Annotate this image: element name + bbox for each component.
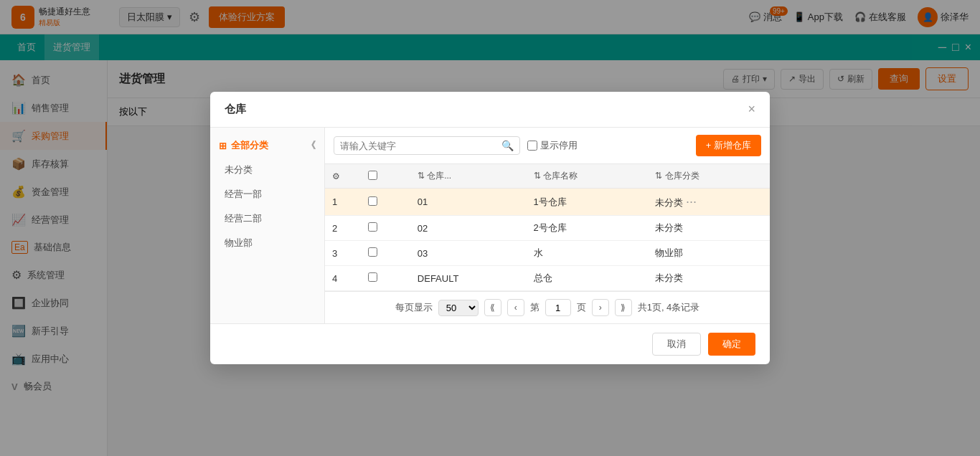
first-page-btn[interactable]: ⟪ (484, 299, 501, 316)
sort-icon: ⇅ (418, 171, 425, 181)
warehouse-table: ⚙ ⇅ 仓库... ⇅ 仓库名称 ⇅ 仓库分类 (325, 164, 770, 291)
add-warehouse-btn[interactable]: + 新增仓库 (696, 135, 761, 156)
table-row[interactable]: 3 03 水 物业部 (325, 241, 770, 266)
page-input[interactable] (545, 299, 571, 316)
search-input[interactable] (340, 141, 501, 151)
all-categories-btn[interactable]: ⊞ 全部分类 《 (210, 133, 324, 158)
prev-page-btn[interactable]: ‹ (507, 299, 524, 316)
row-code: 02 (410, 216, 527, 241)
cat-item-property[interactable]: 物业部 (210, 231, 324, 255)
table-row[interactable]: 4 DEFAULT 总仓 未分类 (325, 266, 770, 291)
row-index: 3 (325, 241, 361, 266)
row-index: 4 (325, 266, 361, 291)
row-index: 2 (325, 216, 361, 241)
cat-item-op2[interactable]: 经营二部 (210, 206, 324, 231)
modal-footer: 取消 确定 (210, 323, 770, 364)
select-all-checkbox[interactable] (368, 171, 377, 180)
cat-item-op1[interactable]: 经营一部 (210, 182, 324, 206)
table-body: 1 01 1号仓库 未分类 ··· 2 02 2号仓库 (325, 189, 770, 291)
row-name: 2号仓库 (527, 216, 649, 241)
row-name: 总仓 (527, 266, 649, 291)
per-page-label: 每页显示 (395, 301, 433, 314)
pagination: 每页显示 50 20 100 ⟪ ‹ 第 页 › ⟫ 共1页, 4条记录 (325, 291, 770, 323)
all-categories-label: 全部分类 (231, 139, 268, 152)
search-input-wrap[interactable]: 🔍 (334, 136, 520, 155)
page-suffix: 页 (577, 301, 586, 314)
table-container: ⚙ ⇅ 仓库... ⇅ 仓库名称 ⇅ 仓库分类 (325, 164, 770, 291)
col-code[interactable]: ⇅ 仓库... (410, 164, 527, 189)
row-category: 物业部 (648, 241, 770, 266)
show-disabled-label[interactable]: 显示停用 (527, 139, 578, 152)
confirm-btn[interactable]: 确定 (708, 333, 755, 356)
modal-header: 仓库 × (210, 92, 770, 128)
modal-table-area: 🔍 显示停用 + 新增仓库 ⚙ (325, 128, 770, 323)
row-checkbox[interactable] (368, 247, 377, 257)
row-category: 未分类 (648, 216, 770, 241)
row-name: 1号仓库 (527, 189, 649, 216)
grid-icon: ⊞ (219, 141, 227, 151)
col-settings: ⚙ (325, 164, 361, 189)
cat-item-unclassified[interactable]: 未分类 (210, 158, 324, 182)
modal-overlay: 仓库 × ⊞ 全部分类 《 未分类 经营一部 经营二部 物业部 (0, 0, 980, 456)
row-category: 未分类 ··· (648, 189, 770, 216)
sort-icon: ⇅ (655, 171, 662, 181)
show-disabled-checkbox[interactable] (527, 141, 537, 151)
category-sidebar: ⊞ 全部分类 《 未分类 经营一部 经营二部 物业部 (210, 128, 325, 323)
modal-body: ⊞ 全部分类 《 未分类 经营一部 经营二部 物业部 🔍 (210, 128, 770, 323)
modal-search-bar: 🔍 显示停用 + 新增仓库 (325, 128, 770, 164)
row-checkbox-cell[interactable] (361, 241, 410, 266)
collapse-icon[interactable]: 《 (306, 139, 316, 152)
row-code: 01 (410, 189, 527, 216)
row-checkbox[interactable] (368, 272, 377, 282)
row-checkbox-cell[interactable] (361, 216, 410, 241)
per-page-select[interactable]: 50 20 100 (438, 300, 479, 316)
col-category[interactable]: ⇅ 仓库分类 (648, 164, 770, 189)
row-index: 1 (325, 189, 361, 216)
modal-title: 仓库 (225, 103, 246, 116)
row-more-icon[interactable]: ··· (686, 194, 697, 209)
row-checkbox-cell[interactable] (361, 266, 410, 291)
total-info: 共1页, 4条记录 (638, 301, 700, 314)
last-page-btn[interactable]: ⟫ (615, 299, 632, 316)
row-code: 03 (410, 241, 527, 266)
modal-close-btn[interactable]: × (748, 102, 755, 117)
next-page-btn[interactable]: › (592, 299, 609, 316)
row-checkbox[interactable] (368, 222, 377, 232)
table-row[interactable]: 1 01 1号仓库 未分类 ··· (325, 189, 770, 216)
page-label: 第 (530, 301, 540, 314)
table-header: ⚙ ⇅ 仓库... ⇅ 仓库名称 ⇅ 仓库分类 (325, 164, 770, 189)
row-name: 水 (527, 241, 649, 266)
row-category: 未分类 (648, 266, 770, 291)
warehouse-modal: 仓库 × ⊞ 全部分类 《 未分类 经营一部 经营二部 物业部 (210, 92, 770, 364)
cancel-btn[interactable]: 取消 (652, 333, 701, 356)
col-name[interactable]: ⇅ 仓库名称 (527, 164, 649, 189)
search-icon: 🔍 (501, 140, 514, 151)
col-checkbox (361, 164, 410, 189)
table-row[interactable]: 2 02 2号仓库 未分类 (325, 216, 770, 241)
row-checkbox[interactable] (368, 196, 377, 206)
sort-icon: ⇅ (534, 171, 541, 181)
row-checkbox-cell[interactable] (361, 189, 410, 216)
row-code: DEFAULT (410, 266, 527, 291)
